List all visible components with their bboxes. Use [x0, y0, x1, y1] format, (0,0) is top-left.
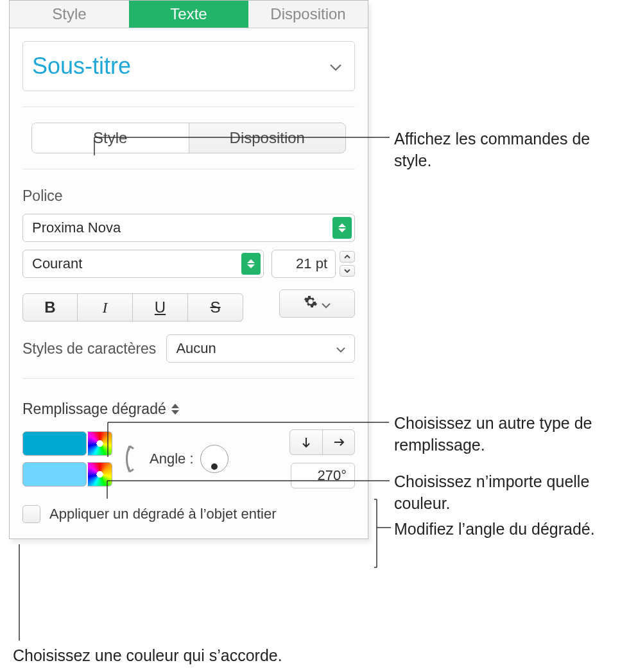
chevron-down-icon	[336, 340, 345, 357]
fill-type-select[interactable]: Remplissage dégradé	[22, 401, 179, 418]
callout-lead	[107, 479, 391, 505]
tab-style[interactable]: Style	[10, 1, 129, 28]
typeface-select[interactable]: Courant	[22, 250, 264, 278]
callout-match-color: Choisissez une couleur qui s’accorde.	[13, 645, 359, 667]
callout-style-controls: Affichez les commandes de style.	[394, 128, 619, 172]
strikethrough-button[interactable]: S	[188, 293, 243, 322]
updown-caret-icon	[171, 404, 179, 415]
updown-green-icon	[241, 253, 261, 275]
gradient-swatches	[22, 431, 112, 487]
text-format-group: B I U S	[22, 293, 243, 322]
apply-whole-object-checkbox[interactable]	[22, 505, 40, 523]
stepper-down[interactable]	[340, 265, 355, 277]
chevron-down-icon	[322, 295, 331, 313]
apply-whole-object-label: Appliquer un dégradé à l’objet entier	[49, 506, 276, 522]
gradient-color-2-swatch[interactable]	[22, 462, 87, 487]
divider	[22, 378, 355, 379]
fill-type-value: Remplissage dégradé	[22, 401, 166, 418]
tab-disposition[interactable]: Disposition	[248, 1, 368, 28]
bold-button[interactable]: B	[22, 293, 78, 322]
top-tabs: Style Texte Disposition	[10, 0, 368, 28]
font-size-value: 21 pt	[296, 255, 327, 272]
gradient-color-1-swatch[interactable]	[22, 431, 87, 456]
font-family-select[interactable]: Proxima Nova	[22, 214, 355, 242]
font-size-field[interactable]: 21 pt	[271, 250, 336, 278]
chevron-down-icon	[330, 57, 341, 75]
character-styles-label: Styles de caractères	[22, 340, 156, 358]
callout-lead	[374, 499, 393, 574]
callout-lead	[94, 130, 391, 160]
callout-fill-type: Choisissez un autre type de remplissage.	[394, 413, 625, 456]
typeface-value: Courant	[32, 255, 82, 272]
callout-lead	[17, 544, 21, 644]
tab-texte[interactable]: Texte	[129, 1, 248, 28]
character-styles-value: Aucun	[176, 340, 216, 357]
divider	[22, 169, 355, 169]
font-section-label: Police	[22, 187, 355, 205]
underline-button[interactable]: U	[133, 293, 188, 322]
gear-icon	[304, 295, 318, 313]
italic-button[interactable]: I	[78, 293, 133, 322]
paragraph-style-label: Sous-titre	[32, 53, 131, 80]
callout-any-color: Choisissez n’importe quelle couleur.	[394, 471, 625, 515]
stepper-up[interactable]	[340, 251, 355, 263]
callout-lead	[108, 421, 390, 463]
divider	[22, 107, 355, 107]
font-family-value: Proxima Nova	[32, 220, 121, 236]
advanced-options-button[interactable]	[279, 289, 355, 318]
updown-green-icon	[332, 217, 352, 239]
paragraph-style-select[interactable]: Sous-titre	[22, 41, 355, 91]
character-styles-select[interactable]: Aucun	[166, 334, 355, 363]
font-size-stepper	[340, 251, 355, 277]
callout-angle: Modifiez l’angle du dégradé.	[394, 519, 628, 540]
